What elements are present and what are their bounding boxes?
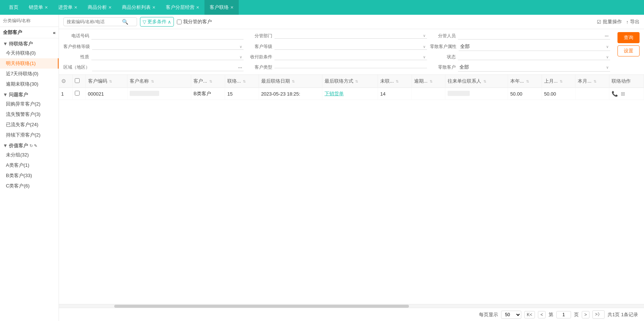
prev-page-btn[interactable]: < <box>538 311 546 318</box>
filter-status-select[interactable]: ∨ <box>458 54 610 60</box>
sidebar-item-ungrouped[interactable]: 未分组(32) <box>0 150 59 160</box>
sidebar-item-churn-warning[interactable]: 流失预警客户(3) <box>0 109 59 120</box>
my-customers-checkbox[interactable] <box>177 20 182 24</box>
filter-phone-input[interactable] <box>91 32 244 39</box>
page-label: 第 <box>549 311 553 318</box>
nav-customer-tiering[interactable]: 客户分层经营 ✕ <box>161 0 204 15</box>
filter-more-btn[interactable]: ▽ 更多条件 ∧ <box>140 17 174 27</box>
filter-retail-attr: 零散客户属性 全部 ∨ <box>430 42 610 51</box>
col-last-month: 上月... ⇅ <box>542 75 575 88</box>
row-contact-count: 15 <box>225 88 259 100</box>
content-area: 🔍 ▽ 更多条件 ∧ 我分管的客户 ☑ 批量操作 ↑ 导出 <box>59 15 644 321</box>
sidebar-item-7days[interactable]: 近7天待联络(0) <box>0 69 59 79</box>
sort-code-icon[interactable]: ⇅ <box>109 79 112 83</box>
nav-customer-contact[interactable]: 客户联络 ✕ <box>204 0 239 15</box>
sidebar-item-class-b[interactable]: B类客户(33) <box>0 170 59 181</box>
table-settings-icon[interactable]: ⚙ <box>61 78 66 84</box>
sort-person-icon[interactable]: ⇅ <box>483 79 486 83</box>
export-btn[interactable]: ↑ 导出 <box>626 18 640 25</box>
filter-dept-select[interactable]: ∨ <box>274 33 427 39</box>
nav-close-product-list[interactable]: ✕ <box>152 5 155 10</box>
sidebar-item-overdue[interactable]: 逾期未联络(30) <box>0 79 59 89</box>
filter-area-select[interactable]: ··· <box>92 64 244 71</box>
sidebar-item-today[interactable]: 今天待联络(0) <box>0 48 59 58</box>
filter-payment-select[interactable]: ∨ <box>274 54 427 60</box>
nav-close-sales[interactable]: ✕ <box>45 5 48 10</box>
sort-year-icon[interactable]: ⇅ <box>526 79 529 83</box>
sort-method-icon[interactable]: ⇅ <box>355 79 358 83</box>
select-all-checkbox[interactable] <box>75 78 80 83</box>
filter-customer-level-select[interactable]: ∨ <box>274 44 427 50</box>
filter-person-select[interactable]: ··· <box>458 32 610 39</box>
sidebar-item-churned[interactable]: 已流失客户(24) <box>0 120 59 130</box>
search-submit-icon[interactable]: 🔍 <box>122 19 128 25</box>
filter-customer-type-select[interactable] <box>274 66 427 68</box>
sort-tmonth-icon[interactable]: ⇅ <box>594 79 596 83</box>
batch-action-btn[interactable]: ☑ 批量操作 <box>597 18 622 25</box>
nav-close-contact[interactable]: ✕ <box>230 5 234 10</box>
row-select-checkbox[interactable] <box>75 91 80 96</box>
sort-overdue-icon[interactable]: ⇅ <box>430 79 433 83</box>
sidebar: 🔍 全部客户 « ▼ 待联络客户 今天待联络(0) 明天待联络(1) 近7天待联… <box>0 15 59 321</box>
next-page-btn[interactable]: > <box>582 311 589 318</box>
col-this-month: 本月... ⇅ <box>575 75 609 88</box>
export-icon: ↑ <box>626 19 629 25</box>
filter-customer-level-label: 客户等级 <box>246 44 272 50</box>
filter-retail-attr-select[interactable]: 全部 ∨ <box>459 42 610 51</box>
first-page-btn[interactable]: K< <box>524 311 535 318</box>
row-more-icon[interactable]: ⊞ <box>621 91 625 97</box>
row-overdue <box>412 88 445 100</box>
retail-attr-chevron-icon: ∨ <box>606 45 609 49</box>
filter-nature-label: 性质 <box>63 54 89 60</box>
last-page-btn[interactable]: >》 <box>592 310 605 319</box>
filter-payment: 收付款条件 ∨ <box>246 54 427 60</box>
set-button[interactable]: 设置 <box>617 45 640 56</box>
scroll-thumb[interactable] <box>114 305 409 308</box>
sort-contact-icon[interactable]: ⇅ <box>243 79 246 83</box>
sort-date-icon[interactable]: ⇅ <box>292 79 295 83</box>
sidebar-search-input[interactable] <box>3 18 58 23</box>
sort-lmonth-icon[interactable]: ⇅ <box>560 79 563 83</box>
filter-nature-select[interactable]: ∨ <box>91 54 244 60</box>
filter-customer-level: 客户等级 ∨ <box>246 44 427 50</box>
filter-retail-customer-select[interactable]: 全部 ∨ <box>458 63 610 72</box>
filter-price-select[interactable]: ∨ <box>92 44 244 50</box>
page-input[interactable] <box>556 311 571 318</box>
sidebar-search-area: 🔍 <box>0 15 59 27</box>
nav-purchase-order[interactable]: 进货单 ✕ <box>53 0 83 15</box>
row-contact-person <box>445 88 508 100</box>
sidebar-all-customers[interactable]: 全部客户 « <box>0 27 59 38</box>
horizontal-scrollbar[interactable] <box>59 304 644 308</box>
per-page-select[interactable]: 50 100 200 <box>501 311 521 319</box>
nav-product-analysis[interactable]: 商品分析 ✕ <box>83 0 117 15</box>
edit-icon[interactable]: ✎ <box>34 144 37 148</box>
col-contact-count: 联络... ⇅ <box>225 75 259 88</box>
filter-row-1: 电话号码 分管部门 ∨ 分管人员 <box>63 32 610 39</box>
sidebar-item-abnormal-purchase[interactable]: 回购异常客户(2) <box>0 99 59 109</box>
col-name: 客户名称 ⇅ <box>127 75 191 88</box>
nav-close-product[interactable]: ✕ <box>108 5 112 10</box>
sort-unlisted-icon[interactable]: ⇅ <box>396 79 399 83</box>
nav-close-purchase[interactable]: ✕ <box>74 5 77 10</box>
nav-sales-order[interactable]: 销货单 ✕ <box>24 0 53 15</box>
nav-product-analysis-list[interactable]: 商品分析列表 ✕ <box>117 0 161 15</box>
sidebar-item-tomorrow[interactable]: 明天待联络(1) <box>0 58 59 69</box>
row-action: 📞 ⊞ <box>609 88 644 100</box>
my-customers-checkbox-area[interactable]: 我分管的客户 <box>177 18 212 25</box>
sidebar-item-class-a[interactable]: A类客户(1) <box>0 160 59 170</box>
nav-home[interactable]: 首页 <box>4 0 24 15</box>
row-last-method-link[interactable]: 下销货单 <box>325 91 344 96</box>
nav-close-tiering[interactable]: ✕ <box>196 5 199 10</box>
refresh-icon[interactable]: ↻ <box>29 144 33 148</box>
sort-type-icon[interactable]: ⇅ <box>209 79 212 83</box>
query-button[interactable]: 查询 <box>617 32 640 43</box>
sidebar-collapse-icon[interactable]: « <box>53 30 56 35</box>
search-input[interactable] <box>67 19 122 24</box>
row-phone-icon[interactable]: 📞 <box>612 91 618 97</box>
sidebar-item-declining[interactable]: 持续下滑客户(2) <box>0 130 59 140</box>
row-this-month <box>575 88 609 100</box>
sidebar-item-class-c[interactable]: C类客户(6) <box>0 181 59 191</box>
row-code: 000021 <box>85 88 127 100</box>
col-type: 客户... ⇅ <box>191 75 225 88</box>
sort-name-icon[interactable]: ⇅ <box>151 79 154 83</box>
